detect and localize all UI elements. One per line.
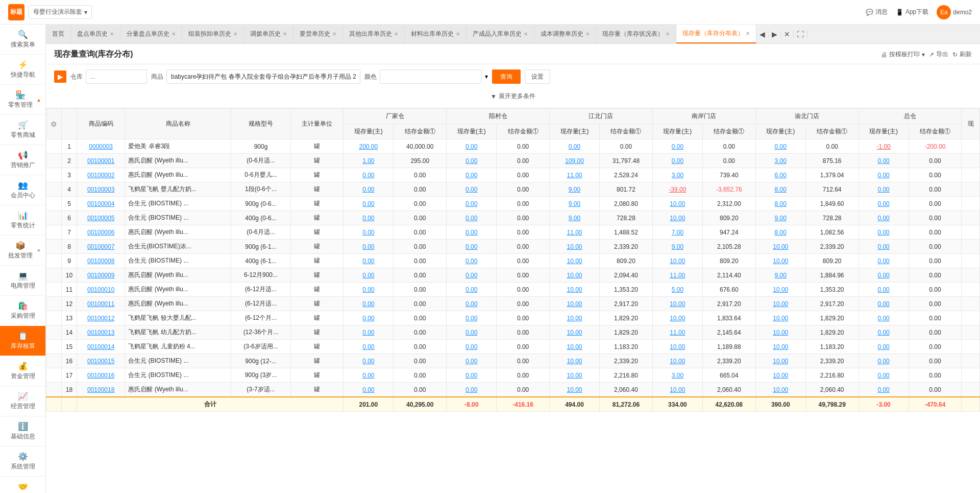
warehouse-input[interactable]	[86, 69, 147, 84]
sidebar-item-marketing[interactable]: 📢 营销推广	[0, 145, 45, 175]
message-btn[interactable]: 💬 消息	[866, 8, 888, 16]
row-yb-qty[interactable]: 6.00	[755, 168, 805, 182]
row-f-qty[interactable]: 0.00	[344, 240, 394, 254]
sidebar-item-operation[interactable]: 📈 经营管理	[0, 386, 45, 416]
row-f-qty[interactable]: 0.00	[344, 268, 394, 283]
tab-close-icon[interactable]: ✕	[585, 31, 590, 37]
row-yb-qty[interactable]: 10.00	[755, 297, 805, 311]
row-jb-qty[interactable]: 0.00	[550, 139, 600, 154]
row-jb-qty[interactable]: 11.00	[550, 225, 600, 240]
row-nb-qty[interactable]: 10.00	[652, 197, 702, 211]
tab-close-icon[interactable]: ✕	[394, 31, 398, 37]
row-total-qty[interactable]: -1.00	[859, 139, 909, 154]
row-jb-qty[interactable]: 10.00	[550, 297, 600, 311]
row-jb-qty[interactable]: 10.00	[550, 354, 600, 368]
row-m-qty[interactable]: 0.00	[447, 340, 497, 354]
tab-transfer[interactable]: 调拨单历史 ✕	[244, 25, 293, 43]
row-jb-qty[interactable]: 10.00	[550, 254, 600, 268]
row-yb-qty[interactable]: 3.00	[755, 154, 805, 168]
sidebar-item-system[interactable]: ⚙️ 系统管理	[0, 447, 45, 477]
row-code[interactable]: 00100006	[77, 225, 125, 240]
row-jb-qty[interactable]: 9.00	[550, 182, 600, 197]
row-m-qty[interactable]: 0.00	[447, 154, 497, 168]
row-f-qty[interactable]: 0.00	[344, 254, 394, 268]
row-total-qty[interactable]: 0.00	[859, 168, 909, 182]
row-code[interactable]: 00100013	[77, 325, 125, 340]
row-jb-qty[interactable]: 11.00	[550, 168, 600, 182]
row-jb-qty[interactable]: 10.00	[550, 368, 600, 383]
sidebar-item-member[interactable]: 👥 会员中心	[0, 175, 45, 205]
row-code[interactable]: 00100007	[77, 240, 125, 254]
row-nb-qty[interactable]: 3.00	[652, 168, 702, 182]
row-f-qty[interactable]: 0.00	[344, 197, 394, 211]
row-jb-qty[interactable]: 10.00	[550, 311, 600, 325]
row-yb-qty[interactable]: 10.00	[755, 325, 805, 340]
row-total-qty[interactable]: 0.00	[859, 197, 909, 211]
row-code[interactable]: 00100003	[77, 182, 125, 197]
row-jb-qty[interactable]: 10.00	[550, 240, 600, 254]
industry-selector[interactable]: 母婴行业演示陈套 ▾	[29, 5, 92, 19]
sidebar-item-finance[interactable]: 💰 资金管理	[0, 356, 45, 386]
row-jb-qty[interactable]: 10.00	[550, 268, 600, 283]
row-total-qty[interactable]: 0.00	[859, 297, 909, 311]
col-settings-icon[interactable]: ⚙	[51, 120, 57, 128]
sidebar-item-retail-stats[interactable]: 📊 零售统计	[0, 205, 45, 236]
row-m-qty[interactable]: 0.00	[447, 368, 497, 383]
row-nb-qty[interactable]: 0.00	[652, 139, 702, 154]
row-code[interactable]: 00100004	[77, 197, 125, 211]
tab-sub-inventory[interactable]: 分量盘点单历史 ✕	[120, 25, 182, 43]
row-f-qty[interactable]: 0.00	[344, 340, 394, 354]
tab-home[interactable]: 首页	[46, 25, 71, 43]
row-total-qty[interactable]: 0.00	[859, 340, 909, 354]
row-m-qty[interactable]: 0.00	[447, 240, 497, 254]
row-total-qty[interactable]: 0.00	[859, 240, 909, 254]
row-nb-qty[interactable]: 10.00	[652, 383, 702, 397]
row-nb-qty[interactable]: 10.00	[652, 297, 702, 311]
row-total-qty[interactable]: 0.00	[859, 154, 909, 168]
row-code[interactable]: 00100009	[77, 268, 125, 283]
row-total-qty[interactable]: 0.00	[859, 311, 909, 325]
row-f-qty[interactable]: 0.00	[344, 325, 394, 340]
row-nb-qty[interactable]: 10.00	[652, 254, 702, 268]
sidebar-item-nav[interactable]: ⚡ 快捷导航	[0, 55, 45, 85]
row-nb-qty[interactable]: 10.00	[652, 354, 702, 368]
row-code[interactable]: 00100015	[77, 354, 125, 368]
row-yb-qty[interactable]: 8.00	[755, 182, 805, 197]
row-total-qty[interactable]: 0.00	[859, 182, 909, 197]
row-m-qty[interactable]: 0.00	[447, 182, 497, 197]
row-jb-qty[interactable]: 10.00	[550, 340, 600, 354]
tab-cost-adjust[interactable]: 成本调整单历史 ✕	[534, 25, 596, 43]
row-m-qty[interactable]: 0.00	[447, 283, 497, 297]
print-btn[interactable]: 🖨 按模板打印 ▾	[881, 50, 925, 59]
row-code[interactable]: 00100005	[77, 211, 125, 225]
sidebar-item-basic[interactable]: ℹ️ 基础信息	[0, 416, 45, 447]
row-code[interactable]: 00100010	[77, 283, 125, 297]
tab-prev-btn[interactable]: ◀	[756, 30, 769, 38]
sidebar-item-search[interactable]: 🔍 搜索英单	[0, 25, 45, 55]
row-code[interactable]: 00100018	[77, 383, 125, 397]
row-nb-qty[interactable]: 9.00	[652, 240, 702, 254]
row-total-qty[interactable]: 0.00	[859, 383, 909, 397]
tab-inventory-history[interactable]: 盘点单历史 ✕	[71, 25, 120, 43]
row-m-qty[interactable]: 0.00	[447, 139, 497, 154]
goods-input[interactable]	[166, 69, 360, 84]
tab-close-icon[interactable]: ✕	[746, 31, 750, 36]
row-m-qty[interactable]: 0.00	[447, 168, 497, 182]
tab-stock-dist[interactable]: 现存量（库存分布表） ✕	[676, 25, 756, 43]
row-yb-qty[interactable]: 10.00	[755, 368, 805, 383]
row-total-qty[interactable]: 0.00	[859, 211, 909, 225]
row-nb-qty[interactable]: 0.00	[652, 154, 702, 168]
table-wrap[interactable]: ⚙ 商品编码 商品名称 规格型号 主计量单位 厂家仓 陌村仓 江北门店 南岸门店…	[46, 108, 980, 493]
row-code[interactable]: 00100011	[77, 297, 125, 311]
row-yb-qty[interactable]: 8.00	[755, 197, 805, 211]
tab-close-icon[interactable]: ✕	[110, 31, 114, 37]
row-f-qty[interactable]: 0.00	[344, 297, 394, 311]
row-yb-qty[interactable]: 8.00	[755, 225, 805, 240]
row-f-qty[interactable]: 0.00	[344, 311, 394, 325]
row-jb-qty[interactable]: 9.00	[550, 197, 600, 211]
row-f-qty[interactable]: 0.00	[344, 211, 394, 225]
row-code[interactable]: 0000003	[77, 139, 125, 154]
row-f-qty[interactable]: 0.00	[344, 168, 394, 182]
row-yb-qty[interactable]: 10.00	[755, 340, 805, 354]
row-total-qty[interactable]: 0.00	[859, 368, 909, 383]
